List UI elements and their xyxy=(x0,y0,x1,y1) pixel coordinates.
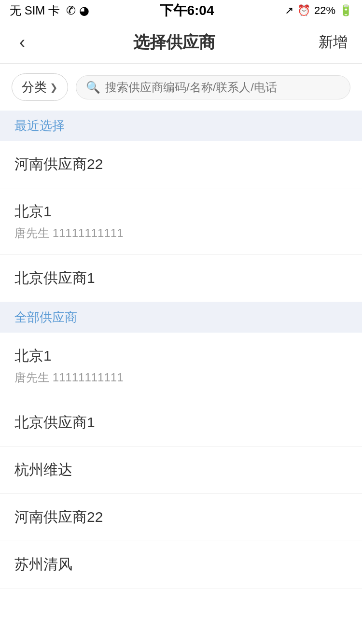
add-button[interactable]: 新增 xyxy=(319,32,348,52)
back-button[interactable]: ‹ xyxy=(14,28,30,57)
status-bar: 无 SIM 卡 ✆︎ ◕ 下午6:04 ↗ ⏰ 22% 🔋 xyxy=(0,0,362,21)
item-name: 北京1 xyxy=(14,202,348,222)
all-section-header: 全部供应商 xyxy=(0,302,362,333)
list-item[interactable]: 河南供应商22 xyxy=(0,141,362,188)
all-items-list: 北京1 唐先生 11111111111 北京供应商1 杭州维达 河南供应商22 … xyxy=(0,333,362,588)
status-right: ↗ ⏰ 22% 🔋 xyxy=(285,4,352,17)
location-icon: ↗ xyxy=(285,4,293,17)
list-item[interactable]: 苏州清风 xyxy=(0,541,362,588)
item-name: 杭州维达 xyxy=(14,460,348,480)
item-name: 北京供应商1 xyxy=(14,413,348,433)
item-sub: 唐先生 11111111111 xyxy=(14,370,348,385)
alarm-icon: ⏰ xyxy=(297,4,310,17)
chevron-right-icon: ❯ xyxy=(50,82,58,93)
all-section-label: 全部供应商 xyxy=(14,310,77,324)
battery-icon: 🔋 xyxy=(339,4,352,17)
search-icon: 🔍 xyxy=(86,81,100,94)
page-title: 选择供应商 xyxy=(133,31,215,54)
category-filter[interactable]: 分类 ❯ xyxy=(12,73,68,101)
item-name: 河南供应商22 xyxy=(14,154,348,174)
item-name: 北京1 xyxy=(14,346,348,366)
list-item[interactable]: 北京供应商1 xyxy=(0,255,362,302)
filter-bar: 分类 ❯ 🔍 xyxy=(0,64,362,111)
list-item[interactable]: 北京供应商1 xyxy=(0,399,362,447)
status-time: 下午6:04 xyxy=(160,1,214,20)
list-item[interactable]: 北京1 唐先生 11111111111 xyxy=(0,188,362,255)
recent-section-header: 最近选择 xyxy=(0,111,362,141)
list-item[interactable]: 北京1 唐先生 11111111111 xyxy=(0,333,362,399)
item-name: 北京供应商1 xyxy=(14,268,348,288)
recent-section-label: 最近选择 xyxy=(14,118,65,133)
status-left: 无 SIM 卡 ✆︎ ◕ xyxy=(10,3,89,18)
list-item[interactable]: 杭州维达 xyxy=(0,447,362,494)
item-name: 苏州清风 xyxy=(14,555,348,574)
search-box[interactable]: 🔍 xyxy=(76,75,350,99)
battery-text: 22% xyxy=(314,4,335,17)
recent-items-list: 河南供应商22 北京1 唐先生 11111111111 北京供应商1 xyxy=(0,141,362,302)
item-name: 河南供应商22 xyxy=(14,507,348,527)
search-input[interactable] xyxy=(105,81,340,94)
item-sub: 唐先生 11111111111 xyxy=(14,225,348,241)
nav-bar: ‹ 选择供应商 新增 xyxy=(0,21,362,64)
category-label: 分类 xyxy=(22,79,47,96)
list-item[interactable]: 河南供应商22 xyxy=(0,494,362,541)
